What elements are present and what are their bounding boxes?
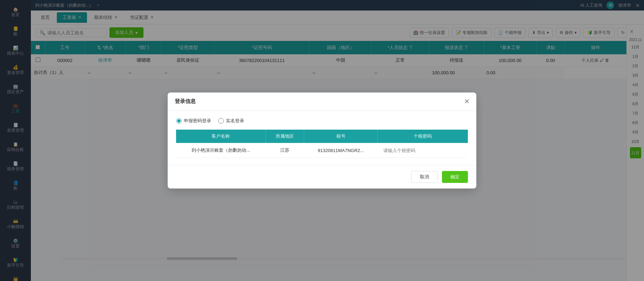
dialog-header: 登录信息 ✕: [168, 92, 476, 111]
radio-password-input[interactable]: [176, 118, 182, 124]
dialog-body: 申报密码登录 实名登录 客户名称 所属地区 税号 个税密码: [168, 111, 476, 165]
dialog-title: 登录信息: [175, 98, 196, 105]
tax-password-input[interactable]: [383, 148, 462, 153]
dialog-row-taxid: 91320811MA7NGR2...: [304, 143, 378, 158]
dialog-close-button[interactable]: ✕: [464, 98, 469, 105]
login-dialog: 登录信息 ✕ 申报密码登录 实名登录 客户名称 所属地区: [168, 92, 476, 189]
dialog-row-name: 刘小艳演示账套（勿删勿动...: [176, 143, 266, 158]
dialog-row-password[interactable]: [378, 143, 468, 158]
dialog-footer: 取消 确定: [168, 165, 476, 189]
radio-realname-login[interactable]: 实名登录: [218, 118, 244, 124]
radio-realname-label: 实名登录: [226, 118, 244, 124]
confirm-button[interactable]: 确定: [442, 171, 468, 183]
modal-overlay: 登录信息 ✕ 申报密码登录 实名登录 客户名称 所属地区: [0, 0, 644, 281]
dialog-row-region: 江苏: [266, 143, 304, 158]
radio-password-login[interactable]: 申报密码登录: [176, 118, 211, 124]
cancel-button[interactable]: 取消: [411, 171, 438, 183]
dialog-col-name: 客户名称: [176, 130, 266, 143]
dialog-col-taxid: 税号: [304, 130, 378, 143]
login-radio-group: 申报密码登录 实名登录: [176, 118, 468, 124]
dialog-table-row: 刘小艳演示账套（勿删勿动... 江苏 91320811MA7NGR2...: [176, 143, 468, 158]
dialog-table: 客户名称 所属地区 税号 个税密码 刘小艳演示账套（勿删勿动... 江苏 913…: [176, 130, 468, 158]
radio-password-label: 申报密码登录: [184, 118, 211, 124]
dialog-col-region: 所属地区: [266, 130, 304, 143]
dialog-col-password: 个税密码: [378, 130, 468, 143]
radio-realname-input[interactable]: [218, 118, 224, 124]
